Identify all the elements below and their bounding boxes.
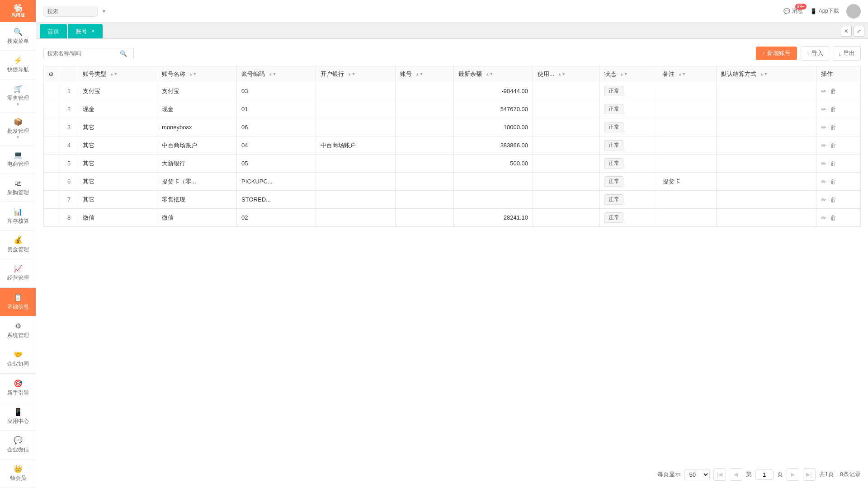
row-actions-cell: ✏ 🗑 bbox=[816, 173, 861, 191]
tab-accounts-label: 账号 bbox=[75, 28, 87, 36]
col-default-payment[interactable]: 默认结算方式 ▲▼ bbox=[716, 66, 816, 82]
row-type-cell: 其它 bbox=[78, 155, 157, 173]
sidebar-item-wholesale[interactable]: 📦 批发管理 ▼ bbox=[0, 113, 36, 145]
row-balance-cell: 547670.00 bbox=[454, 100, 533, 118]
row-code-cell: 03 bbox=[237, 82, 316, 100]
tab-accounts[interactable]: 账号 ✕ bbox=[68, 24, 103, 38]
row-actions-cell: ✏ 🗑 bbox=[816, 209, 861, 227]
col-usage[interactable]: 使用... ▲▼ bbox=[533, 66, 600, 82]
add-account-button[interactable]: + 新增账号 bbox=[756, 47, 797, 60]
page-input[interactable] bbox=[755, 469, 774, 480]
tab-home-label: 首页 bbox=[47, 28, 59, 36]
settings-icon[interactable]: ⚙ bbox=[48, 71, 54, 78]
tabs-bar-actions: ✕ ⤢ bbox=[841, 26, 864, 37]
tab-close-button[interactable]: ✕ bbox=[841, 26, 852, 37]
edit-icon[interactable]: ✏ bbox=[821, 196, 826, 203]
sidebar-item-ecommerce[interactable]: 💻 电商管理 bbox=[0, 145, 36, 174]
delete-icon[interactable]: 🗑 bbox=[830, 214, 836, 221]
export-button[interactable]: ↓ 导出 bbox=[833, 46, 861, 61]
col-note[interactable]: 备注 ▲▼ bbox=[658, 66, 717, 82]
row-note-cell bbox=[658, 191, 717, 209]
col-type[interactable]: 账号类型 ▲▼ bbox=[78, 66, 157, 82]
col-bank[interactable]: 开户银行 ▲▼ bbox=[316, 66, 396, 82]
col-bank-label: 开户银行 bbox=[321, 70, 344, 77]
search-input[interactable] bbox=[47, 50, 120, 56]
row-bank-cell bbox=[316, 155, 396, 173]
topbar-dropdown-icon[interactable]: ▼ bbox=[101, 8, 107, 14]
sidebar-item-finance[interactable]: 💰 资金管理 bbox=[0, 231, 36, 259]
download-button[interactable]: 📱 App下载 bbox=[810, 7, 839, 15]
tab-home[interactable]: 首页 bbox=[40, 24, 67, 38]
sidebar-item-quick-nav[interactable]: ⚡ 快捷导航 bbox=[0, 51, 36, 79]
search-icon[interactable]: 🔍 bbox=[120, 50, 127, 57]
row-index-cell: 1 bbox=[60, 82, 78, 100]
col-account[interactable]: 账号 ▲▼ bbox=[396, 66, 454, 82]
row-index-cell: 7 bbox=[60, 191, 78, 209]
sort-account-icon: ▲▼ bbox=[415, 72, 424, 76]
next-page-button[interactable]: ▶ bbox=[787, 468, 799, 481]
sidebar-item-retail[interactable]: 🛒 零售管理 ▼ bbox=[0, 80, 36, 113]
download-label: App下载 bbox=[819, 7, 839, 15]
user-avatar[interactable] bbox=[846, 4, 861, 19]
row-balance-cell bbox=[454, 191, 533, 209]
sidebar-item-enterprise-wechat[interactable]: 💬 企业微信 bbox=[0, 431, 36, 459]
col-status-label: 状态 bbox=[604, 70, 616, 77]
edit-icon[interactable]: ✏ bbox=[821, 214, 826, 221]
sidebar-item-operations[interactable]: 📈 经营管理 bbox=[0, 259, 36, 288]
row-index-cell: 3 bbox=[60, 118, 78, 136]
col-note-label: 备注 bbox=[663, 70, 675, 77]
sidebar-label-inventory: 库存核算 bbox=[7, 217, 29, 225]
sidebar-item-system[interactable]: ⚙ 系统管理 bbox=[0, 316, 36, 345]
import-button[interactable]: ↑ 导入 bbox=[801, 46, 829, 61]
topbar-search-input[interactable] bbox=[43, 6, 98, 17]
main-area: ▼ 💬 消息 99+ 📱 App下载 首页 账号 ✕ ✕ ⤢ bbox=[36, 0, 868, 488]
sidebar-item-purchase[interactable]: 🛍 采购管理 bbox=[0, 174, 36, 202]
edit-icon[interactable]: ✏ bbox=[821, 124, 826, 131]
tab-expand-button[interactable]: ⤢ bbox=[854, 26, 864, 37]
edit-icon[interactable]: ✏ bbox=[821, 106, 826, 113]
tab-accounts-close[interactable]: ✕ bbox=[91, 28, 95, 34]
table-container: ⚙ 账号类型 ▲▼ 账号名称 ▲▼ 账号编码 ▲▼ bbox=[43, 66, 861, 463]
delete-icon[interactable]: 🗑 bbox=[830, 88, 836, 95]
sidebar-item-enterprise-agreement[interactable]: 🤝 企业协同 bbox=[0, 345, 36, 374]
edit-icon[interactable]: ✏ bbox=[821, 160, 826, 167]
edit-icon[interactable]: ✏ bbox=[821, 88, 826, 95]
sidebar-item-search-menu[interactable]: 🔍 搜索菜单 bbox=[0, 22, 36, 51]
prev-page-button[interactable]: ◀ bbox=[730, 468, 742, 481]
pagination-bar: 每页显示 50 100 200 |◀ ◀ 第 页 ▶ ▶| 共1页，8条记录 bbox=[43, 463, 861, 481]
message-icon: 💬 bbox=[783, 8, 790, 14]
last-page-button[interactable]: ▶| bbox=[803, 468, 816, 481]
row-actions-cell: ✏ 🗑 bbox=[816, 155, 861, 173]
col-status[interactable]: 状态 ▲▼ bbox=[600, 66, 658, 82]
delete-icon[interactable]: 🗑 bbox=[830, 160, 836, 167]
delete-icon[interactable]: 🗑 bbox=[830, 124, 836, 131]
col-code[interactable]: 账号编码 ▲▼ bbox=[237, 66, 316, 82]
col-balance[interactable]: 最新余额 ▲▼ bbox=[454, 66, 533, 82]
row-note-cell bbox=[658, 100, 717, 118]
sort-name-icon: ▲▼ bbox=[189, 72, 197, 76]
message-button[interactable]: 💬 消息 99+ bbox=[783, 7, 803, 15]
edit-icon[interactable]: ✏ bbox=[821, 142, 826, 149]
first-page-button[interactable]: |◀ bbox=[713, 468, 726, 481]
sort-type-icon: ▲▼ bbox=[110, 72, 118, 76]
page-size-select[interactable]: 50 100 200 bbox=[684, 469, 710, 480]
edit-icon[interactable]: ✏ bbox=[821, 178, 826, 185]
delete-icon[interactable]: 🗑 bbox=[830, 178, 836, 185]
status-badge: 正常 bbox=[604, 86, 623, 96]
delete-icon[interactable]: 🗑 bbox=[830, 142, 836, 149]
row-default-payment-cell bbox=[716, 100, 816, 118]
row-default-payment-cell bbox=[716, 209, 816, 227]
status-badge: 正常 bbox=[604, 140, 623, 150]
sidebar-item-basic-info[interactable]: 📋 基础信息 bbox=[0, 288, 36, 316]
col-default-payment-label: 默认结算方式 bbox=[721, 70, 756, 77]
col-name[interactable]: 账号名称 ▲▼ bbox=[157, 66, 237, 82]
sidebar-item-member[interactable]: 👑 畅会员 bbox=[0, 460, 36, 488]
sidebar-item-inventory[interactable]: 📊 库存核算 bbox=[0, 202, 36, 230]
sidebar-item-app-center[interactable]: 📱 应用中心 bbox=[0, 402, 36, 431]
delete-icon[interactable]: 🗑 bbox=[830, 196, 836, 203]
row-default-payment-cell bbox=[716, 82, 816, 100]
delete-icon[interactable]: 🗑 bbox=[830, 106, 836, 113]
row-usage-cell bbox=[533, 173, 600, 191]
sidebar-label-system: 系统管理 bbox=[7, 332, 29, 339]
sidebar-item-new-guide[interactable]: 🎯 新手引导 bbox=[0, 374, 36, 402]
